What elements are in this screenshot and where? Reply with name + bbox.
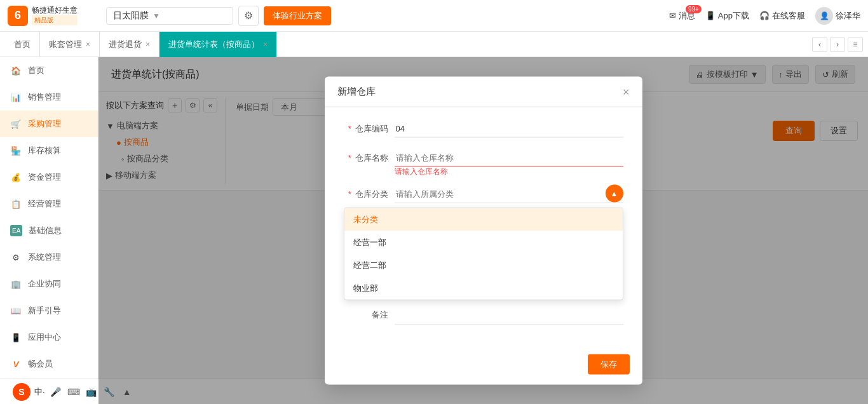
tab-menu-button[interactable]: ≡: [848, 37, 863, 52]
tab-home-label: 首页: [14, 39, 31, 50]
dropdown-item-property[interactable]: 物业部: [344, 277, 623, 300]
header-search-area: 日太阳膜 ▼ ⚙ 体验行业方案: [106, 6, 669, 26]
note-label: 备注: [344, 309, 388, 321]
purchase-icon: 🛒: [10, 118, 22, 130]
tab-return[interactable]: 进货退货 ×: [100, 32, 159, 57]
sidebar-item-home-label: 首页: [28, 65, 44, 76]
modal-close-button[interactable]: ×: [623, 86, 630, 97]
app-download-button[interactable]: 📱 App下载: [705, 10, 749, 22]
required-mark3: *: [348, 189, 351, 198]
tab-next-button[interactable]: ›: [830, 37, 845, 52]
dropdown-item-unclassified[interactable]: 未分类: [344, 208, 623, 231]
sidebar-item-sales-label: 销售管理: [28, 91, 61, 103]
tab-home[interactable]: 首页: [5, 32, 40, 57]
content-area: 进货单统计(按商品) 🖨 按模板打印 ▼ ↑ 导出 ↺ 刷新: [98, 57, 868, 404]
message-button[interactable]: ✉ 消息 99+: [669, 10, 695, 22]
enterprise-icon: 🏢: [10, 278, 22, 290]
sidebar-item-vip[interactable]: V 畅会员: [0, 351, 98, 377]
sidebar-item-purchase[interactable]: 🛒 采购管理: [0, 111, 98, 137]
sidebar-item-guide[interactable]: 📖 新手引导: [0, 297, 98, 324]
sidebar-item-apps-label: 应用中心: [28, 332, 61, 343]
message-badge: 99+: [686, 5, 702, 13]
sidebar-item-operations-label: 经营管理: [28, 198, 61, 210]
app-download-label: App下载: [718, 10, 749, 22]
sidebar-item-inventory-label: 库存核算: [28, 145, 61, 156]
sidebar-item-system[interactable]: ⚙ 系统管理: [0, 244, 98, 271]
guide-icon: 📖: [10, 305, 22, 316]
sidebar-item-sales[interactable]: 📊 销售管理: [0, 84, 98, 111]
category-input[interactable]: [395, 185, 606, 202]
message-icon: ✉: [669, 11, 676, 20]
note-textarea[interactable]: [395, 305, 623, 325]
tab-account-close[interactable]: ×: [86, 40, 90, 49]
sidebar-item-vip-label: 畅会员: [28, 358, 53, 370]
tab-stats-close[interactable]: ×: [263, 40, 268, 49]
tab-account-label: 账套管理: [49, 39, 82, 50]
experience-button[interactable]: 体验行业方案: [264, 6, 331, 25]
dropdown-item-ops2[interactable]: 经营二部: [344, 254, 623, 277]
tab-prev-button[interactable]: ‹: [812, 37, 827, 52]
logo-char: 6: [15, 9, 21, 22]
sidebar-item-inventory[interactable]: 🏪 库存核算: [0, 137, 98, 164]
tab-bar: 首页 账套管理 × 进货退货 × 进货单统计表（按商品） × ‹ › ≡: [0, 32, 868, 57]
user-profile-button[interactable]: 👤 徐泽华: [815, 7, 860, 25]
logo-text-area: 畅捷通好生意 精品版: [32, 6, 78, 26]
modal-body: * 仓库编码 * 仓库名称 请输入仓库名称: [325, 107, 642, 347]
name-label: * 仓库名称: [344, 152, 388, 164]
home-icon: 🏠: [10, 65, 22, 76]
inventory-icon: 🏪: [10, 145, 22, 156]
tab-stats[interactable]: 进货单统计表（按商品） ×: [159, 32, 277, 57]
main-layout: 🏠 首页 📊 销售管理 🛒 采购管理 🏪 库存核算 💰 资金管理 📋 经营管理 …: [0, 57, 868, 404]
sidebar-item-apps[interactable]: 📱 应用中心: [0, 324, 98, 351]
code-input[interactable]: [395, 120, 623, 138]
required-mark2: *: [348, 153, 351, 163]
sales-icon: 📊: [10, 91, 22, 103]
tab-account[interactable]: 账套管理 ×: [40, 32, 100, 57]
gear-icon: ⚙: [244, 10, 253, 22]
save-button[interactable]: 保存: [588, 354, 630, 375]
header-gear-button[interactable]: ⚙: [238, 6, 259, 26]
app-name: 畅捷通好生意: [32, 6, 78, 16]
sidebar-item-system-label: 系统管理: [28, 252, 61, 263]
tab-controls: ‹ › ≡: [812, 37, 863, 52]
category-dropdown: 未分类 经营一部 经营二部 物业部: [344, 208, 623, 300]
monitor-icon[interactable]: 📺: [85, 385, 98, 399]
form-row-code: * 仓库编码: [344, 120, 623, 138]
sidebar-item-basic-info[interactable]: EA 基础信息: [0, 217, 98, 244]
mic-icon[interactable]: 🎤: [49, 385, 63, 399]
sidebar-item-finance-label: 资金管理: [28, 172, 61, 183]
username: 徐泽华: [836, 10, 860, 22]
sidebar: 🏠 首页 📊 销售管理 🛒 采购管理 🏪 库存核算 💰 资金管理 📋 经营管理 …: [0, 57, 98, 404]
apps-icon: 📱: [10, 332, 22, 343]
sidebar-item-operations[interactable]: 📋 经营管理: [0, 191, 98, 217]
add-warehouse-modal: 新增仓库 × * 仓库编码 * 仓库名称: [325, 77, 642, 385]
sidebar-item-guide-label: 新手引导: [28, 305, 61, 316]
category-toggle-button[interactable]: ▲: [606, 185, 623, 203]
search-dropdown-icon[interactable]: ▼: [153, 11, 160, 20]
tab-return-label: 进货退货: [109, 39, 142, 50]
required-mark: *: [348, 124, 351, 133]
operations-icon: 📋: [10, 198, 22, 210]
bottom-s-logo: S: [13, 383, 31, 401]
sidebar-item-finance[interactable]: 💰 资金管理: [0, 164, 98, 191]
name-input[interactable]: [395, 149, 623, 167]
app-badge: 精品版: [32, 15, 78, 25]
keyboard-icon[interactable]: ⌨: [67, 385, 81, 399]
basic-info-icon: EA: [10, 225, 22, 236]
name-error-message: 请输入仓库名称: [395, 166, 448, 177]
online-service-button[interactable]: 🎧 在线客服: [759, 10, 805, 22]
header-search-box[interactable]: 日太阳膜 ▼: [106, 7, 233, 25]
phone-icon: 📱: [705, 11, 715, 20]
sidebar-item-enterprise-label: 企业协同: [28, 278, 61, 290]
sidebar-item-purchase-label: 采购管理: [28, 118, 61, 130]
headset-icon: 🎧: [759, 11, 770, 20]
modal-header: 新增仓库 ×: [325, 77, 642, 107]
tab-return-close[interactable]: ×: [146, 40, 150, 49]
sidebar-item-enterprise[interactable]: 🏢 企业协同: [0, 271, 98, 297]
category-input-wrapper: ▲: [395, 185, 623, 203]
modal-footer: 保存: [325, 347, 642, 385]
dropdown-item-ops1[interactable]: 经营一部: [344, 231, 623, 254]
header-right-area: ✉ 消息 99+ 📱 App下载 🎧 在线客服 👤 徐泽华: [669, 7, 860, 25]
sidebar-item-home[interactable]: 🏠 首页: [0, 57, 98, 84]
app-logo-icon: 6: [8, 6, 28, 26]
